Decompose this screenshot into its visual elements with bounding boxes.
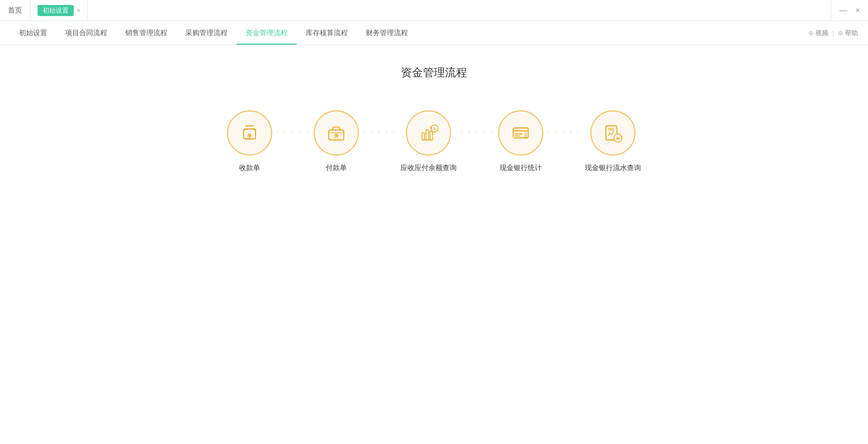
main-content: 资金管理流程 ¥ 收款单 · · · · · bbox=[0, 45, 868, 173]
receipt-icon: ¥ bbox=[239, 122, 261, 144]
nav-divider: | bbox=[832, 29, 834, 37]
flow-item-receipt[interactable]: ¥ 收款单 bbox=[227, 110, 272, 173]
connector-1: · · · · · bbox=[276, 127, 310, 136]
flow-item-balance[interactable]: ¥ 应收应付余额查询 bbox=[400, 110, 457, 173]
nav-item-sales[interactable]: 销售管理流程 bbox=[116, 21, 176, 45]
flow-item-payment[interactable]: ¥ 付款单 bbox=[314, 110, 359, 173]
receipt-icon-wrap: ¥ bbox=[227, 110, 272, 156]
nav-right: ⊙ 视频 | ⊙ 帮助 bbox=[808, 29, 858, 38]
connector-4: · · · · · bbox=[547, 127, 581, 136]
nav-item-initial[interactable]: 初始设置 bbox=[10, 21, 56, 45]
home-tab[interactable]: 首页 bbox=[0, 0, 30, 21]
page-title: 资金管理流程 bbox=[401, 65, 467, 80]
bank-stat-icon-wrap bbox=[498, 110, 543, 156]
svg-rect-4 bbox=[422, 133, 424, 140]
svg-text:¥: ¥ bbox=[616, 136, 620, 141]
payment-icon: ¥ bbox=[325, 122, 347, 144]
payment-icon-wrap: ¥ bbox=[314, 110, 359, 156]
svg-text:¥: ¥ bbox=[432, 126, 436, 131]
balance-label: 应收应付余额查询 bbox=[400, 164, 457, 173]
nav-item-project[interactable]: 项目合同流程 bbox=[56, 21, 116, 45]
nav-item-finance[interactable]: 资金管理流程 bbox=[237, 21, 297, 45]
receipt-label: 收款单 bbox=[239, 164, 260, 173]
balance-icon-wrap: ¥ bbox=[406, 110, 451, 156]
svg-rect-6 bbox=[430, 131, 432, 140]
tab-close-icon[interactable]: × bbox=[77, 8, 80, 14]
bank-flow-label: 现金银行流水查询 bbox=[585, 164, 641, 173]
flow-item-bankflow[interactable]: ¥ 现金银行流水查询 bbox=[585, 110, 641, 173]
bank-flow-icon-wrap: ¥ bbox=[590, 110, 635, 156]
bank-stat-label: 现金银行统计 bbox=[500, 164, 542, 173]
active-tab-label: 初始设置 bbox=[38, 5, 74, 16]
flow-item-bankstat[interactable]: 现金银行统计 bbox=[498, 110, 543, 173]
nav-item-inventory[interactable]: 库存核算流程 bbox=[297, 21, 357, 45]
video-link[interactable]: ⊙ 视频 bbox=[808, 29, 828, 38]
nav-item-purchase[interactable]: 采购管理流程 bbox=[176, 21, 237, 45]
minimize-button[interactable]: — bbox=[837, 6, 849, 15]
connector-2: · · · · · bbox=[363, 127, 396, 136]
nav-item-accounting[interactable]: 财务管理流程 bbox=[357, 21, 417, 45]
window-controls: — × bbox=[831, 0, 868, 21]
close-button[interactable]: × bbox=[853, 6, 862, 15]
svg-text:¥: ¥ bbox=[334, 131, 338, 138]
bank-flow-icon: ¥ bbox=[602, 122, 624, 144]
flow-container: ¥ 收款单 · · · · · ¥ bbox=[227, 110, 641, 173]
nav-bar: 初始设置 项目合同流程 销售管理流程 采购管理流程 资金管理流程 库存核算流程 … bbox=[0, 21, 868, 45]
home-label: 首页 bbox=[8, 6, 22, 15]
connector-3: · · · · · bbox=[461, 127, 494, 136]
svg-rect-5 bbox=[426, 130, 428, 140]
payment-label: 付款单 bbox=[326, 164, 347, 173]
active-tab[interactable]: 初始设置 × bbox=[30, 0, 88, 21]
top-bar: 首页 初始设置 × — × bbox=[0, 0, 868, 21]
help-link[interactable]: ⊙ 帮助 bbox=[838, 29, 858, 38]
bank-stat-icon bbox=[510, 122, 532, 144]
balance-icon: ¥ bbox=[417, 122, 440, 144]
